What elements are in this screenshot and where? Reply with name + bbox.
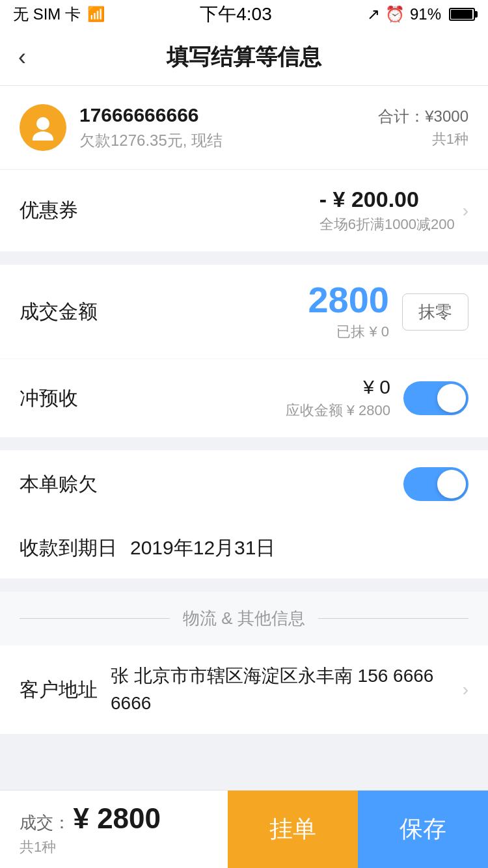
wifi-icon: 📶 [87, 6, 105, 23]
total-amount: ¥3000 [425, 107, 468, 125]
customer-left: 17666666666 欠款1276.35元, 现结 [20, 104, 223, 151]
prereceive-toggle[interactable] [403, 381, 468, 415]
hang-order-button[interactable]: 挂单 [228, 791, 358, 869]
duedate-row: 收款到期日 2019年12月31日 [0, 518, 488, 578]
customer-debt: 欠款1276.35元, 现结 [79, 130, 223, 151]
prereceive-label: 冲预收 [20, 385, 78, 412]
footer-summary: 成交： ¥ 2800 共1种 [0, 802, 228, 857]
total-count: 共1种 [378, 129, 468, 149]
footer: 成交： ¥ 2800 共1种 挂单 保存 [0, 790, 488, 868]
prereceive-row: 冲预收 ¥ 0 应收金额 ¥ 2800 [0, 359, 488, 437]
coupon-label: 优惠券 [20, 197, 78, 224]
footer-deal-amount: ¥ 2800 [73, 802, 161, 834]
total-label: 合计：¥3000 [378, 106, 468, 127]
coupon-row[interactable]: 优惠券 - ¥ 200.00 全场6折满1000减200 › [0, 170, 488, 252]
prereceive-toggle-knob [437, 384, 466, 413]
address-value: 张 北京市市辖区海淀区永丰南 156 6666 6666 [111, 662, 463, 717]
status-bar: 无 SIM 卡 📶 下午4:03 ↗ ⏰ 91% [0, 0, 488, 29]
back-button[interactable]: ‹ [18, 44, 26, 71]
battery-text: 91% [410, 5, 441, 23]
carrier-text: 无 SIM 卡 [13, 4, 81, 25]
credit-toggle[interactable] [403, 467, 468, 501]
round-zero-button[interactable]: 抹零 [402, 293, 468, 331]
logistics-header: 物流 & 其他信息 [0, 591, 488, 645]
status-right: ↗ ⏰ 91% [367, 5, 475, 23]
duedate-label: 收款到期日 [20, 535, 117, 562]
section-gap-1 [0, 252, 488, 265]
svg-point-0 [36, 117, 49, 130]
duedate-value: 2019年12月31日 [130, 535, 275, 562]
logistics-line-right [318, 618, 468, 619]
footer-deal-label: 成交： [20, 813, 70, 832]
address-label: 客户地址 [20, 677, 98, 703]
customer-info: 17666666666 欠款1276.35元, 现结 [79, 104, 223, 151]
content: 17666666666 欠款1276.35元, 现结 合计：¥3000 共1种 … [0, 86, 488, 868]
credit-toggle-knob [437, 470, 466, 498]
address-chevron-right-icon: › [463, 679, 468, 700]
section-gap-2 [0, 437, 488, 450]
prereceive-right: ¥ 0 应收金额 ¥ 2800 [286, 376, 468, 420]
logistics-text: 物流 & 其他信息 [170, 607, 318, 630]
battery-icon [449, 8, 475, 21]
coupon-discount-desc: 全场6折满1000减200 [319, 215, 455, 234]
credit-label: 本单赊欠 [20, 471, 98, 498]
deal-amount-right: 2800 已抹 ¥ 0 抹零 [308, 282, 468, 342]
coupon-chevron-right-icon: › [463, 200, 468, 221]
status-time: 下午4:03 [200, 2, 272, 27]
deal-amount-row: 成交金额 2800 已抹 ¥ 0 抹零 [0, 265, 488, 359]
location-icon: ↗ [367, 5, 380, 23]
status-left: 无 SIM 卡 📶 [13, 4, 105, 25]
deal-amount-label: 成交金额 [20, 299, 98, 325]
avatar [20, 104, 66, 151]
customer-card: 17666666666 欠款1276.35元, 现结 合计：¥3000 共1种 [0, 86, 488, 170]
customer-phone: 17666666666 [79, 104, 223, 126]
logistics-line-left [20, 618, 170, 619]
save-button[interactable]: 保存 [358, 791, 488, 869]
credit-row: 本单赊欠 [0, 450, 488, 518]
coupon-discount-amount: - ¥ 200.00 [319, 187, 455, 212]
coupon-right: - ¥ 200.00 全场6折满1000减200 › [319, 187, 468, 234]
prereceive-amount: ¥ 0 [286, 376, 390, 398]
page-title: 填写结算等信息 [167, 42, 321, 72]
footer-deal-row: 成交： ¥ 2800 [20, 802, 208, 835]
address-row[interactable]: 客户地址 张 北京市市辖区海淀区永丰南 156 6666 6666 › [0, 645, 488, 734]
deal-amount-sub: 已抹 ¥ 0 [308, 322, 389, 342]
customer-right: 合计：¥3000 共1种 [378, 106, 468, 149]
section-gap-3 [0, 578, 488, 591]
alarm-icon: ⏰ [385, 5, 405, 23]
deal-amount-value: 2800 [308, 282, 389, 318]
footer-count: 共1种 [20, 837, 208, 857]
prereceive-sub: 应收金额 ¥ 2800 [286, 401, 390, 420]
prereceive-amount-block: ¥ 0 应收金额 ¥ 2800 [286, 376, 390, 420]
svg-point-1 [33, 131, 53, 141]
header: ‹ 填写结算等信息 [0, 29, 488, 86]
